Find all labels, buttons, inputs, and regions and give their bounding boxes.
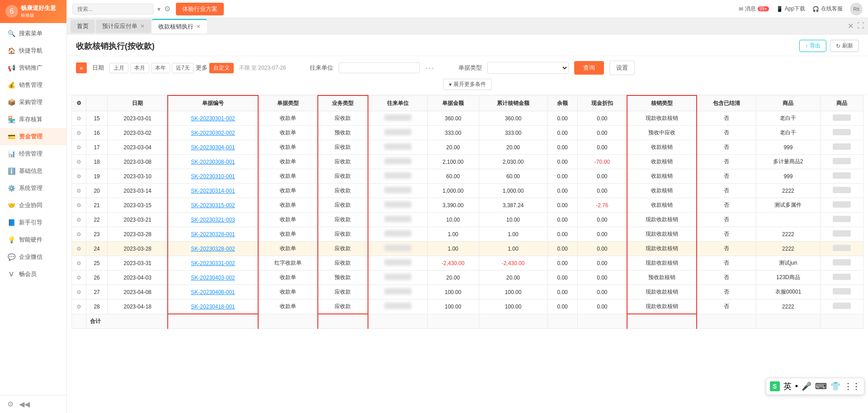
sidebar-item-inventory[interactable]: 🏪 库存核算 bbox=[0, 111, 66, 128]
last7-btn[interactable]: 近7天 bbox=[172, 63, 194, 73]
td-gear[interactable]: ⚙ bbox=[72, 198, 86, 213]
sidebar-item-enterprise[interactable]: 🤝 企业协同 bbox=[0, 197, 66, 214]
online-service-item[interactable]: 🎧 在线客服 bbox=[812, 5, 843, 13]
bill-no-link[interactable]: SK-20230418-001 bbox=[191, 304, 235, 310]
topbar-search-input[interactable] bbox=[72, 4, 154, 14]
bill-type-select[interactable] bbox=[487, 62, 569, 74]
bill-no-link[interactable]: SK-20230304-001 bbox=[191, 144, 235, 151]
tab-prepay[interactable]: 预计应应付单 ✕ bbox=[96, 19, 151, 33]
this-month-btn[interactable]: 本月 bbox=[130, 63, 149, 73]
dot-icon[interactable]: • bbox=[795, 382, 798, 391]
sidebar-item-guide[interactable]: 📘 新手引导 bbox=[0, 214, 66, 231]
sidebar-item-finance[interactable]: 💳 资金管理 bbox=[0, 128, 66, 145]
td-gear[interactable]: ⚙ bbox=[72, 285, 86, 299]
tab-prepay-close-icon[interactable]: ✕ bbox=[140, 23, 145, 29]
message-item[interactable]: ✉ 消息 99+ bbox=[739, 5, 769, 13]
grid-icon[interactable]: ⋮⋮ bbox=[844, 381, 860, 391]
bill-no-link[interactable]: SK-20230331-002 bbox=[191, 260, 235, 266]
bill-no-link[interactable]: SK-20230301-002 bbox=[191, 115, 235, 122]
td-gear[interactable]: ⚙ bbox=[72, 184, 86, 198]
bill-no-link[interactable]: SK-20230308-001 bbox=[191, 159, 235, 165]
td-bill-no: SK-20230331-002 bbox=[168, 256, 258, 271]
td-bill-amount: 100.00 bbox=[427, 285, 479, 299]
td-gear[interactable]: ⚙ bbox=[72, 242, 86, 256]
solution-button[interactable]: 体验行业方案 bbox=[176, 3, 224, 15]
td-include-settled: 否 bbox=[697, 285, 756, 299]
tab-collection-close-icon[interactable]: ✕ bbox=[196, 24, 201, 30]
settings-icon[interactable]: ⚙ bbox=[7, 400, 14, 408]
app-download-item[interactable]: 📱 App下载 bbox=[776, 5, 805, 13]
td-cash-discount: 0.00 bbox=[577, 140, 627, 155]
custom-btn[interactable]: 自定义 bbox=[209, 63, 234, 73]
english-icon[interactable]: 英 bbox=[783, 381, 792, 392]
td-bill-no: SK-20230310-001 bbox=[168, 169, 258, 184]
td-gear[interactable]: ⚙ bbox=[72, 271, 86, 285]
td-gear[interactable]: ⚙ bbox=[72, 299, 86, 314]
td-goods2 bbox=[821, 285, 863, 299]
query-button[interactable]: 查询 bbox=[574, 61, 604, 75]
topbar-dropdown-icon[interactable]: ▾ bbox=[157, 5, 160, 13]
expand-more-button[interactable]: ▾ 展开更多条件 bbox=[443, 79, 492, 90]
td-gear[interactable]: ⚙ bbox=[72, 169, 86, 184]
td-no: 22 bbox=[86, 213, 108, 227]
bill-no-link[interactable]: SK-20230302-002 bbox=[191, 130, 235, 136]
bill-no-link[interactable]: SK-20230408-001 bbox=[191, 289, 235, 295]
td-partner bbox=[368, 184, 427, 198]
td-gear[interactable]: ⚙ bbox=[72, 227, 86, 242]
sidebar-item-search[interactable]: 🔍 搜索菜单 bbox=[0, 25, 66, 42]
tab-collection[interactable]: 收款核销执行 ✕ bbox=[152, 19, 207, 33]
maximize-icon[interactable]: ⛶ bbox=[857, 22, 864, 30]
close-all-icon[interactable]: ✕ bbox=[848, 22, 854, 30]
td-bill-type: 收款单 bbox=[258, 227, 318, 242]
mic-icon[interactable]: 🎤 bbox=[802, 381, 811, 391]
tab-home[interactable]: 首页 bbox=[71, 19, 95, 33]
refresh-button[interactable]: ↻ 刷新 bbox=[830, 40, 859, 52]
partner-input[interactable] bbox=[339, 62, 420, 73]
sidebar-item-quick-nav[interactable]: 🏠 快捷导航 bbox=[0, 42, 66, 59]
sidebar-item-purchase[interactable]: 📦 采购管理 bbox=[0, 94, 66, 111]
table-row: ⚙ 28 2023-04-18 SK-20230418-001 收款单 应收款 … bbox=[72, 299, 863, 314]
bill-no-link[interactable]: SK-20230310-001 bbox=[191, 173, 235, 180]
data-table: ⚙ 日期 单据编号 单据类型 业务类型 往来单位 单据金额 累计核销金额 余额 … bbox=[71, 95, 863, 329]
bill-no-link[interactable]: SK-20230328-002 bbox=[191, 246, 235, 252]
bill-no-link[interactable]: SK-20230328-001 bbox=[191, 231, 235, 237]
this-year-btn[interactable]: 本年 bbox=[151, 63, 170, 73]
collapse-icon[interactable]: ◀◀ bbox=[19, 400, 30, 408]
td-gear[interactable]: ⚙ bbox=[72, 111, 86, 126]
sidebar-item-basic[interactable]: ℹ️ 基础信息 bbox=[0, 162, 66, 180]
dots-icon[interactable]: ··· bbox=[425, 63, 435, 73]
th-bill-no: 单据编号 bbox=[168, 95, 258, 111]
export-button[interactable]: ↑ 导出 bbox=[799, 40, 826, 52]
td-gear[interactable]: ⚙ bbox=[72, 155, 86, 169]
th-gear[interactable]: ⚙ bbox=[72, 95, 86, 111]
sidebar-item-sales[interactable]: 💰 销售管理 bbox=[0, 76, 66, 94]
td-total-cancel: 1.00 bbox=[479, 227, 547, 242]
td-bill-amount: 333.00 bbox=[427, 126, 479, 140]
td-goods: 多计量商品2 bbox=[756, 155, 820, 169]
td-gear[interactable]: ⚙ bbox=[72, 140, 86, 155]
settings-button[interactable]: 设置 bbox=[609, 61, 635, 75]
sidebar-item-member[interactable]: V 畅会员 bbox=[0, 266, 66, 283]
sidebar-item-operation[interactable]: 📊 经营管理 bbox=[0, 145, 66, 162]
topbar-gear-icon[interactable]: ⚙ bbox=[164, 5, 170, 13]
td-gear[interactable]: ⚙ bbox=[72, 126, 86, 140]
sidebar-item-marketing[interactable]: 📢 营销推广 bbox=[0, 59, 66, 76]
sidebar-item-wechat[interactable]: 💬 企业微信 bbox=[0, 248, 66, 266]
last-month-btn[interactable]: 上月 bbox=[109, 63, 128, 73]
shirt-icon[interactable]: 👕 bbox=[830, 381, 840, 391]
td-gear[interactable]: ⚙ bbox=[72, 213, 86, 227]
filter-expand-button[interactable]: » bbox=[76, 62, 87, 73]
sidebar-item-hardware[interactable]: 💡 智能硬件 bbox=[0, 231, 66, 248]
keyboard-icon[interactable]: ⌨ bbox=[815, 381, 827, 391]
td-balance: 0.00 bbox=[547, 213, 577, 227]
td-date: 2023-03-08 bbox=[108, 155, 168, 169]
user-avatar[interactable]: Rit bbox=[850, 3, 863, 15]
sidebar-item-system[interactable]: ⚙️ 系统管理 bbox=[0, 180, 66, 197]
bill-no-link[interactable]: SK-20230315-002 bbox=[191, 202, 235, 209]
bill-no-link[interactable]: SK-20230321-003 bbox=[191, 217, 235, 223]
td-gear[interactable]: ⚙ bbox=[72, 256, 86, 271]
bill-no-link[interactable]: SK-20230403-002 bbox=[191, 275, 235, 281]
s-logo-icon[interactable]: S bbox=[770, 381, 780, 391]
th-cash-discount: 现金折扣 bbox=[577, 95, 627, 111]
bill-no-link[interactable]: SK-20230314-001 bbox=[191, 188, 235, 194]
